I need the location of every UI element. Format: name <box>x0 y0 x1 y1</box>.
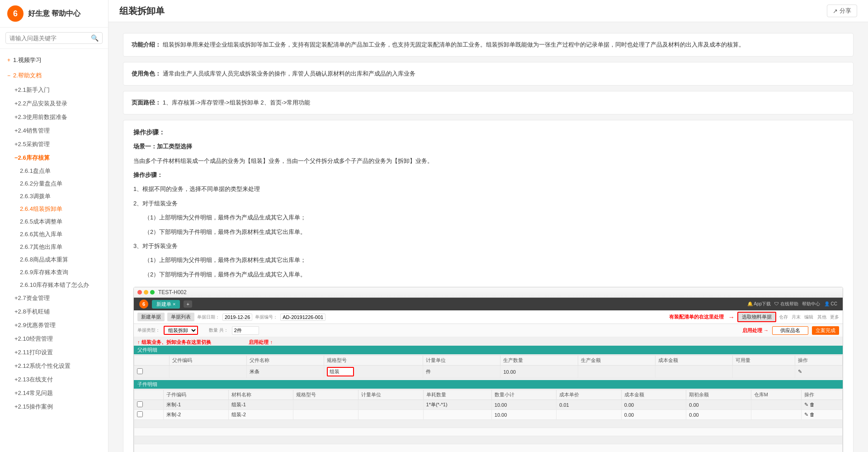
sidebar-item-2-6-2[interactable]: 2.6.2分量盘点单 <box>0 177 108 190</box>
ss-upper-row-ops[interactable]: ✎ <box>795 366 842 378</box>
ss-annotation-a2: 启用处理 → <box>742 327 769 334</box>
table-row: 米制-1 组装-1 1*单(*-*1) 10.00 0.01 0.00 0.00 <box>134 400 843 410</box>
step1: 1、根据不同的业务，选择不同单据的类型来处理 <box>133 184 843 194</box>
sidebar-item-2-6[interactable]: −2.6库存核算 <box>0 151 108 165</box>
ss-qty-label: 数量 共： <box>209 327 228 333</box>
search-input-wrap[interactable]: 🔍 <box>5 32 103 44</box>
role-label: 使用角色： <box>132 70 161 77</box>
ss-upper-th-8: 可用量 <box>732 356 795 366</box>
screenshot-image: TEST-H002 6 新建单 × + 🔔 App下载 🛡 在线帮助 帮助中心 … <box>133 287 843 452</box>
ss-upper-section: 父件明细 <box>134 346 843 354</box>
ss-upper-th-check <box>134 356 170 366</box>
top-bar: 组装拆卸单 ↗ 分享 <box>108 0 868 22</box>
sidebar-item-2-6-7[interactable]: 2.6.7其他出库单 <box>0 241 108 253</box>
share-button[interactable]: ↗ 分享 <box>827 5 857 17</box>
sidebar-item-2-6-4[interactable]: 2.6.4组装拆卸单 <box>0 203 108 215</box>
ss-arrow-a1: → <box>728 314 735 321</box>
sidebar-item-2-4[interactable]: +2.4销售管理 <box>0 124 108 138</box>
ss-lower-r1-initbal: 0.00 <box>686 400 751 410</box>
ss-confirm-btn[interactable]: 立案完成 <box>812 326 839 335</box>
nav-item-2: − 2.帮助文档 +2.1新手入门 +2.2产品安装及登录 +2.3使用前数据准… <box>0 68 108 414</box>
step2-1: （1）上部明细为父件明细，最终作为产成品生成其它入库单； <box>144 212 843 223</box>
row-checkbox[interactable] <box>137 368 143 374</box>
ss-form-id: AD-20191226-001 <box>280 314 326 321</box>
expand-icon-2-1: + <box>14 86 18 93</box>
sidebar-item-2-1[interactable]: +2.1新手入门 <box>0 83 108 97</box>
sidebar-item-2-6-5[interactable]: 2.6.5成本调整单 <box>0 215 108 228</box>
ss-upper-th-6: 生产金额 <box>578 356 655 366</box>
ss-btn-select-material[interactable]: 选取物料单据 <box>737 312 776 322</box>
sidebar-item-2-11[interactable]: +2.11打印设置 <box>0 346 108 359</box>
search-icon[interactable]: 🔍 <box>91 34 99 42</box>
main-area: 组装拆卸单 ↗ 分享 功能介绍： 组装拆卸单用来处理企业组装或拆卸等加工业务，支… <box>108 0 868 452</box>
ss-tab-add[interactable]: + <box>184 300 192 308</box>
sidebar-item-2-6-3[interactable]: 2.6.3调拨单 <box>0 190 108 203</box>
path-text: 1、库存核算->库存管理->组装拆卸单 2、首页->常用功能 <box>163 99 311 106</box>
nav-item-main-2[interactable]: − 2.帮助文档 <box>0 68 108 83</box>
ss-upper-table: 父件编码 父件名称 规格型号 计量单位 生产数量 生产金额 成本金额 可用量 操… <box>134 355 843 378</box>
sidebar-item-2-13[interactable]: +2.13在线支付 <box>0 373 108 386</box>
func-intro-box: 功能介绍： 组装拆卸单用来处理企业组装或拆卸等加工业务，支持有固定装配清单的产品… <box>123 33 854 57</box>
ss-lower-th-4: 计量单位 <box>359 390 424 400</box>
expand-icon-2-11: + <box>14 349 18 356</box>
ss-lower-r1-unit <box>359 400 424 410</box>
ss-logo: 6 <box>139 300 148 309</box>
sidebar-item-2-2[interactable]: +2.2产品安装及登录 <box>0 97 108 110</box>
search-input[interactable] <box>9 35 91 42</box>
ss-upper-row-check[interactable] <box>134 366 170 378</box>
ss-empty-row <box>134 420 843 428</box>
ss-lower-th-7: 成本单价 <box>557 390 622 400</box>
ss-lower-th-8: 成本金额 <box>621 390 686 400</box>
row-checkbox[interactable] <box>137 401 143 407</box>
ss-lower-r1-ops[interactable]: ✎ 🗑 <box>802 400 843 410</box>
ss-lower-r2-check[interactable] <box>134 410 164 420</box>
sidebar-item-2-6-1[interactable]: 2.6.1盘点单 <box>0 165 108 177</box>
ss-title: TEST-H002 <box>158 289 187 295</box>
table-row <box>134 444 843 452</box>
expand-icon-2-6: − <box>14 154 18 161</box>
ss-lower-r2-ops[interactable]: ✎ 🗑 <box>802 410 843 420</box>
ss-lower-r2-costamt: 0.00 <box>621 410 686 420</box>
ss-lower-r2-unit <box>359 410 424 420</box>
expand-icon-2-8: + <box>14 308 18 315</box>
ss-lower-r1-spec <box>293 400 359 410</box>
expand-icon-2-9: + <box>14 322 18 328</box>
expand-icon-2-2: + <box>14 100 18 107</box>
ss-nav-icons: 🔔 App下载 🛡 在线帮助 帮助中心 👤 CC <box>747 301 837 307</box>
sidebar-item-2-7[interactable]: +2.7资金管理 <box>0 291 108 305</box>
sidebar-item-2-15[interactable]: +2.15操作案例 <box>0 400 108 414</box>
sidebar-item-2-8[interactable]: +2.8手机旺铺 <box>0 305 108 319</box>
ss-upper-th-7: 成本金额 <box>655 356 732 366</box>
sidebar-item-2-12[interactable]: +2.12系统个性化设置 <box>0 359 108 373</box>
search-box: 🔍 <box>0 28 108 49</box>
sidebar-item-2-9[interactable]: +2.9优惠券管理 <box>0 319 108 332</box>
role-box: 使用角色： 通常由生产人员或库管人员完成拆装业务的操作，库管人员确认原材料的出库… <box>123 62 854 86</box>
sidebar-item-2-14[interactable]: +2.14常见问题 <box>0 386 108 400</box>
ss-btn-new[interactable]: 新建单据 <box>137 313 165 321</box>
ss-lower-th-2: 材料名称 <box>228 390 293 400</box>
nav-item-main-1[interactable]: + 1.视频学习 <box>0 52 108 68</box>
ops-heading: 操作步骤： <box>133 128 843 137</box>
ss-type-select[interactable]: 组装拆卸 <box>164 326 198 335</box>
expand-icon-2-13: + <box>14 376 18 383</box>
ss-lower-th-1: 子件编码 <box>164 390 229 400</box>
sidebar-item-2-6-6[interactable]: 2.6.6其他入库单 <box>0 228 108 241</box>
ss-tab-active: 新建单 × <box>152 300 180 309</box>
sidebar-item-2-6-8[interactable]: 2.6.8商品成本重算 <box>0 253 108 266</box>
sidebar-item-2-10[interactable]: +2.10经营管理 <box>0 332 108 346</box>
ss-btn-list[interactable]: 单据列表 <box>167 313 194 321</box>
ss-lower-r1-check[interactable] <box>134 400 164 410</box>
func-intro-label: 功能介绍： <box>132 41 161 48</box>
step2-2: （2）下部明细为子件明细，最终作为原材料生成其它出库单。 <box>144 227 843 237</box>
ss-close-dot <box>137 290 142 295</box>
expand-icon-1: + <box>7 57 10 63</box>
step2: 2、对于组装业务 <box>133 198 843 209</box>
sidebar-item-2-5[interactable]: +2.5采购管理 <box>0 138 108 151</box>
ss-extra-btns: 仓存 月末 编辑 其他 更多 <box>779 314 839 320</box>
ss-lower-r2-costprice <box>557 410 622 420</box>
ss-lower-r2-name: 组装-2 <box>228 410 293 420</box>
sidebar-item-2-6-10[interactable]: 2.6.10库存账本错了怎么办 <box>0 279 108 291</box>
sidebar-item-2-3[interactable]: +2.3使用前数据准备 <box>0 110 108 124</box>
sidebar-item-2-6-9[interactable]: 2.6.9库存账本查询 <box>0 266 108 279</box>
row-checkbox[interactable] <box>137 411 143 417</box>
